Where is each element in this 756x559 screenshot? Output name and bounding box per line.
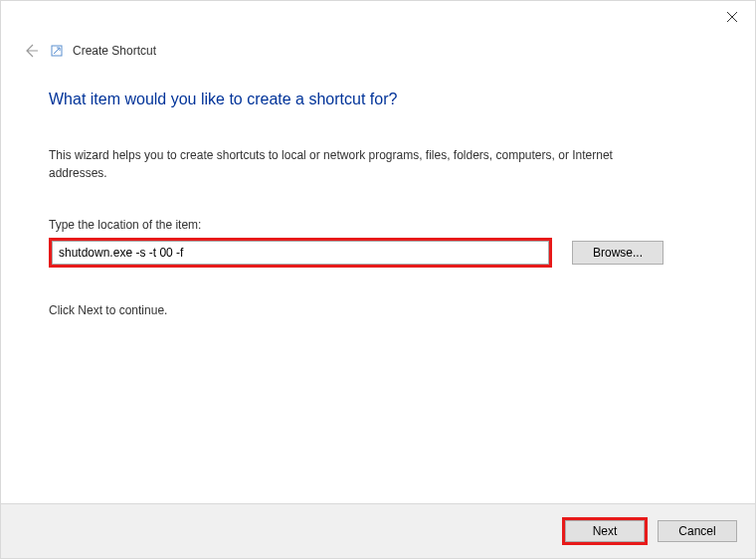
titlebar xyxy=(1,1,755,33)
page-title: Create Shortcut xyxy=(73,44,156,58)
continue-text: Click Next to continue. xyxy=(49,303,707,317)
input-row: Browse... xyxy=(49,238,707,268)
back-arrow-icon xyxy=(23,43,39,59)
header-row: Create Shortcut xyxy=(1,33,755,61)
location-input[interactable] xyxy=(52,241,549,265)
shortcut-icon xyxy=(49,43,65,59)
cancel-button[interactable]: Cancel xyxy=(658,520,737,542)
wizard-heading: What item would you like to create a sho… xyxy=(49,91,707,108)
close-icon xyxy=(727,12,737,22)
location-label: Type the location of the item: xyxy=(49,218,707,232)
close-button[interactable] xyxy=(709,1,755,33)
input-highlight-annotation xyxy=(49,238,552,268)
back-button[interactable] xyxy=(21,41,41,61)
wizard-description: This wizard helps you to create shortcut… xyxy=(49,146,646,182)
footer: Next Cancel xyxy=(1,504,755,558)
content: What item would you like to create a sho… xyxy=(1,61,755,317)
browse-button[interactable]: Browse... xyxy=(572,241,663,265)
next-button[interactable]: Next xyxy=(565,520,645,542)
next-highlight-annotation: Next xyxy=(562,517,648,545)
